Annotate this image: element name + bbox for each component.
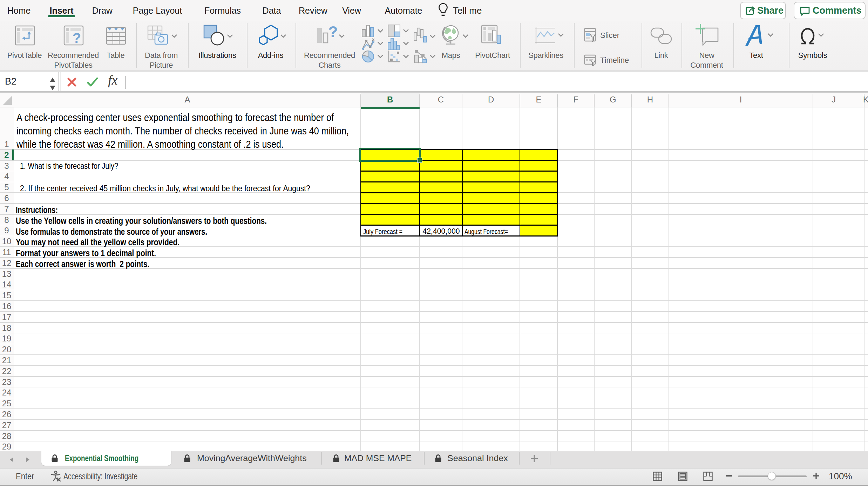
svg-text:21: 21 bbox=[2, 355, 12, 365]
svg-text:4: 4 bbox=[4, 172, 9, 181]
svg-text:incoming checks each month. Th: incoming checks each month. The number o… bbox=[16, 125, 349, 137]
svg-text:I: I bbox=[740, 95, 742, 104]
svg-text:26: 26 bbox=[2, 410, 12, 419]
svg-text:8: 8 bbox=[4, 215, 9, 225]
svg-text:13: 13 bbox=[2, 269, 12, 279]
svg-text:A: A bbox=[184, 95, 190, 104]
svg-text:23: 23 bbox=[2, 377, 12, 387]
svg-text:18: 18 bbox=[2, 323, 12, 333]
svg-text:A check-processing center uses: A check-processing center uses exponenti… bbox=[16, 112, 334, 123]
svg-text:Format your answers to 1 decim: Format your answers to 1 decimal point. bbox=[16, 248, 156, 258]
svg-text:3: 3 bbox=[4, 161, 9, 171]
svg-text:You may not need all the yello: You may not need all the yellow cells pr… bbox=[16, 237, 179, 247]
svg-text:2. If the center received 45 m: 2. If the center received 45 million che… bbox=[20, 184, 310, 193]
svg-text:17: 17 bbox=[2, 312, 12, 322]
svg-text:August Forecast=: August Forecast= bbox=[464, 227, 508, 235]
svg-text:E: E bbox=[536, 95, 541, 104]
svg-text:5: 5 bbox=[4, 182, 9, 192]
svg-text:24: 24 bbox=[2, 388, 12, 397]
svg-text:G: G bbox=[610, 95, 616, 104]
svg-text:Instructions:: Instructions: bbox=[16, 205, 58, 215]
svg-text:25: 25 bbox=[2, 399, 12, 408]
svg-text:Use formulas to demonstrate th: Use formulas to demonstrate the source o… bbox=[16, 227, 207, 237]
svg-text:C: C bbox=[438, 95, 444, 104]
svg-text:29: 29 bbox=[2, 442, 12, 451]
svg-text:Use the Yellow cells in creati: Use the Yellow cells in creating your so… bbox=[16, 216, 267, 226]
svg-text:K: K bbox=[863, 95, 868, 104]
svg-text:7: 7 bbox=[4, 204, 9, 214]
svg-text:14: 14 bbox=[2, 280, 12, 289]
svg-text:1. What is the forecast for Ju: 1. What is the forecast for July? bbox=[20, 161, 118, 171]
svg-text:Each correct answer is worth: Each correct answer is worth 2 points. bbox=[16, 259, 149, 269]
svg-text:July Forecast =: July Forecast = bbox=[363, 227, 402, 235]
svg-text:11: 11 bbox=[2, 247, 11, 257]
svg-text:28: 28 bbox=[2, 431, 12, 441]
svg-text:while the forecast was 42 mill: while the forecast was 42 million. A smo… bbox=[16, 138, 284, 150]
svg-text:15: 15 bbox=[2, 291, 12, 300]
svg-text:F: F bbox=[573, 95, 578, 104]
svg-text:?: ? bbox=[73, 30, 81, 46]
svg-text:J: J bbox=[832, 95, 836, 104]
svg-text:D: D bbox=[488, 95, 494, 104]
svg-text:27: 27 bbox=[2, 420, 12, 430]
svg-text:2: 2 bbox=[4, 150, 9, 160]
svg-text:B: B bbox=[387, 95, 393, 104]
svg-text:19: 19 bbox=[2, 334, 12, 343]
svg-text:10: 10 bbox=[2, 237, 12, 246]
svg-text:22: 22 bbox=[2, 366, 12, 376]
svg-text:H: H bbox=[647, 95, 653, 104]
svg-text:12: 12 bbox=[2, 258, 12, 268]
svg-text:20: 20 bbox=[2, 345, 12, 354]
svg-text:16: 16 bbox=[2, 301, 12, 311]
svg-text:1: 1 bbox=[4, 139, 9, 149]
svg-text:42,400,000: 42,400,000 bbox=[423, 227, 460, 235]
svg-text:?: ? bbox=[328, 25, 338, 40]
svg-text:9: 9 bbox=[4, 226, 9, 235]
svg-text:6: 6 bbox=[4, 193, 9, 203]
